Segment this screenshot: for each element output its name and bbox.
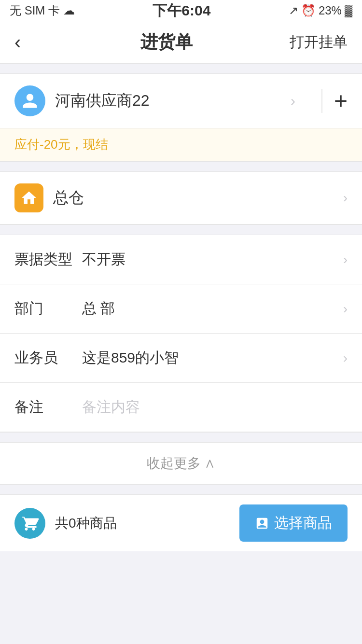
status-time: 下午6:04 (153, 1, 210, 21)
open-pending-button[interactable]: 打开挂单 (290, 32, 348, 52)
product-count-label: 共0种商品 (55, 514, 230, 532)
select-product-icon (255, 516, 269, 531)
department-label: 部门 (14, 299, 82, 319)
department-value: 总 部 (82, 299, 343, 319)
invoice-type-row[interactable]: 票据类型 不开票 › (0, 235, 362, 284)
status-left: 无 SIM 卡 ☁ (10, 3, 75, 18)
salesperson-chevron-icon: › (343, 350, 348, 366)
back-button[interactable]: ‹ (14, 31, 43, 53)
notice-bar: 应付-20元，现结 (0, 128, 362, 161)
page-background (0, 551, 362, 644)
salesperson-label: 业务员 (14, 348, 82, 368)
select-product-label: 选择商品 (274, 513, 332, 533)
nav-bar: ‹ 进货单 打开挂单 (0, 21, 362, 64)
cart-icon (21, 515, 39, 532)
gap-3 (0, 225, 362, 235)
gap-2 (0, 162, 362, 171)
remark-input[interactable]: 备注内容 (82, 397, 348, 417)
supplier-chevron-icon: › (291, 93, 295, 109)
department-chevron-icon: › (343, 301, 348, 317)
form-section: 票据类型 不开票 › 部门 总 部 › 业务员 这是859的小智 › 备注 备注… (0, 235, 362, 433)
warehouse-icon (14, 183, 43, 212)
invoice-type-chevron-icon: › (343, 252, 348, 267)
bottom-bar: 共0种商品 选择商品 (0, 494, 362, 551)
person-icon (21, 92, 39, 110)
collapse-button[interactable]: 收起更多 ∧ (0, 442, 362, 485)
gap-4 (0, 433, 362, 442)
salesperson-row[interactable]: 业务员 这是859的小智 › (0, 334, 362, 383)
status-right: ↗ ⏰ 23% ▓ (289, 4, 352, 17)
warehouse-chevron-icon: › (343, 190, 348, 206)
department-row[interactable]: 部门 总 部 › (0, 284, 362, 334)
battery-icon: ▓ (345, 4, 352, 17)
invoice-type-label: 票据类型 (14, 250, 82, 269)
add-supplier-button[interactable]: + (334, 89, 348, 112)
signal-text: 无 SIM 卡 ☁ (10, 3, 75, 18)
supplier-name: 河南供应商22 (55, 90, 291, 112)
supplier-avatar (14, 85, 45, 116)
battery-text: 23% (319, 4, 342, 17)
warehouse-row[interactable]: 总仓 › (0, 172, 362, 224)
select-product-button[interactable]: 选择商品 (239, 504, 348, 542)
status-bar: 无 SIM 卡 ☁ 下午6:04 ↗ ⏰ 23% ▓ (0, 0, 362, 21)
supplier-divider (321, 89, 322, 113)
gap-1 (0, 64, 362, 73)
invoice-type-value: 不开票 (82, 250, 343, 269)
home-icon (20, 189, 38, 207)
location-icon: ↗ (289, 4, 298, 17)
warehouse-section: 总仓 › (0, 171, 362, 225)
remark-row[interactable]: 备注 备注内容 (0, 383, 362, 432)
supplier-row[interactable]: 河南供应商22 › + (0, 74, 362, 128)
product-icon (14, 508, 45, 539)
alarm-icon: ⏰ (301, 4, 316, 17)
page-title: 进货单 (140, 30, 193, 54)
remark-label: 备注 (14, 397, 82, 417)
supplier-section: 河南供应商22 › + 应付-20元，现结 (0, 73, 362, 162)
gap-5 (0, 485, 362, 494)
salesperson-value: 这是859的小智 (82, 348, 343, 368)
warehouse-name: 总仓 (53, 187, 343, 209)
